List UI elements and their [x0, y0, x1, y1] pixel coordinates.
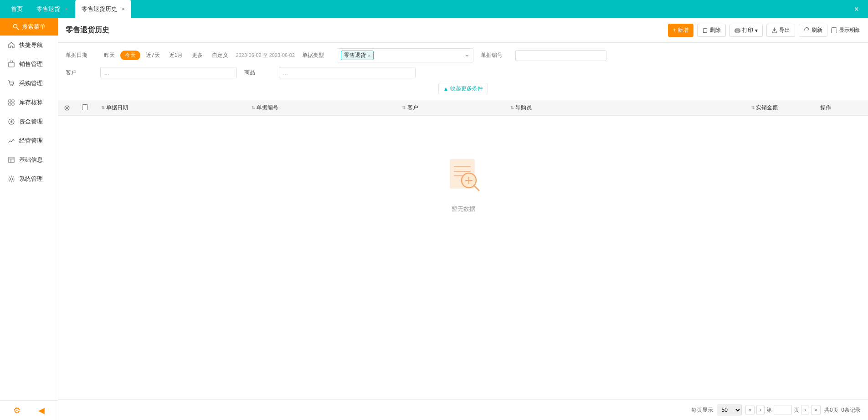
voucher-type-tag-close[interactable]: × [368, 53, 370, 58]
page-number-input[interactable]: 1 [774, 405, 792, 415]
per-page-select[interactable]: 50 10 20 100 [717, 405, 742, 415]
th-date-label: 单据日期 [106, 104, 128, 111]
show-detail-label: 显示明细 [839, 26, 861, 34]
empty-icon [441, 152, 486, 198]
print-button[interactable]: 打印 ▾ [729, 24, 763, 37]
settings-icon[interactable]: ⚙ [13, 405, 21, 415]
customer-select[interactable]: ... [100, 67, 237, 78]
delete-button[interactable]: 删除 [697, 24, 726, 37]
sidebar: 搜索菜单 快捷导航 销售管理 [0, 18, 58, 420]
data-table: ⇅ 单据日期 ⇅ 单据编号 ⇅ 客户 ⇅ 导购员 [58, 100, 868, 250]
th-action-label: 操作 [820, 104, 831, 111]
add-button[interactable]: + 新增 [668, 24, 693, 37]
th-no: ⇅ 单据编号 [245, 100, 395, 116]
svg-rect-14 [704, 29, 707, 33]
sidebar-item-label: 资金管理 [19, 118, 43, 126]
empty-state: 暂无数据 [58, 116, 868, 250]
search-icon [13, 24, 19, 30]
th-date-sort-icon[interactable]: ⇅ [101, 105, 105, 110]
top-bar: 首页 零售退货 × 零售退货历史 × × [0, 0, 868, 18]
svg-rect-5 [9, 100, 11, 102]
system-icon [7, 175, 15, 183]
svg-point-17 [66, 107, 68, 109]
sidebar-search[interactable]: 搜索菜单 [0, 18, 58, 36]
th-amount: ⇅ 实销金额 [633, 100, 783, 116]
total-info: 共0页, 0条记录 [824, 406, 861, 414]
filter-area: 单据日期 昨天 今天 近7天 近1月 更多 自定义 2023-06-02 至 2… [58, 43, 868, 100]
sidebar-item-quick-nav[interactable]: 快捷导航 [0, 36, 58, 55]
refresh-button[interactable]: 刷新 [799, 24, 827, 37]
print-icon [734, 27, 740, 33]
page-label-before: 第 [766, 406, 772, 414]
sidebar-item-purchase[interactable]: 采购管理 [0, 74, 58, 93]
first-page-btn[interactable]: « [745, 405, 755, 415]
prev-page-btn[interactable]: ‹ [756, 405, 765, 415]
toolbar: + 新增 删除 打印 ▾ [668, 24, 861, 37]
th-guide-sort-icon[interactable]: ⇅ [510, 105, 514, 110]
operation-icon [7, 137, 15, 145]
goods-select[interactable]: ... [279, 67, 416, 78]
filter-row-2: 客户 ... 商品 ... [66, 67, 861, 78]
date-btn-yesterday[interactable]: 昨天 [100, 51, 118, 60]
show-detail-checkbox-label[interactable]: 显示明细 [831, 26, 861, 34]
tab-home[interactable]: 首页 [5, 0, 29, 18]
date-btn-1month[interactable]: 近1月 [165, 51, 187, 60]
collapse-row: ▲ 收起更多条件 [66, 83, 861, 94]
date-btn-7days[interactable]: 近7天 [142, 51, 164, 60]
next-page-btn[interactable]: › [801, 405, 809, 415]
collapse-icon[interactable]: ◀ [38, 405, 45, 415]
th-date: ⇅ 单据日期 [95, 100, 245, 116]
th-guide-label: 导购员 [515, 104, 532, 111]
settings-col-icon[interactable] [64, 105, 70, 111]
goods-filter-label: 商品 [244, 69, 272, 77]
purchase-icon [7, 79, 15, 87]
sidebar-item-operation[interactable]: 经营管理 [0, 131, 58, 150]
sidebar-item-sales[interactable]: 销售管理 [0, 55, 58, 74]
collapse-conditions-btn[interactable]: ▲ 收起更多条件 [438, 83, 488, 94]
tab-retail-return-history-close[interactable]: × [122, 6, 125, 12]
th-customer-sort-icon[interactable]: ⇅ [402, 105, 406, 110]
date-filter-buttons: 昨天 今天 近7天 近1月 更多 自定义 2023-06-02 至 2023-0… [100, 51, 295, 60]
sidebar-item-label: 基础信息 [19, 156, 43, 164]
sidebar-item-finance[interactable]: 资金管理 [0, 112, 58, 131]
date-btn-custom[interactable]: 自定义 [208, 51, 232, 60]
th-no-sort-icon[interactable]: ⇅ [252, 105, 255, 110]
tab-retail-return[interactable]: 零售退货 × [30, 0, 74, 18]
th-guide: ⇅ 导购员 [504, 100, 633, 116]
sidebar-item-inventory[interactable]: 库存核算 [0, 93, 58, 112]
page-title: 零售退货历史 [66, 26, 109, 35]
delete-label: 删除 [710, 26, 721, 34]
voucher-no-input[interactable] [515, 50, 606, 61]
customer-placeholder: ... [104, 69, 233, 76]
print-label: 打印 [742, 26, 753, 34]
date-btn-today[interactable]: 今天 [120, 51, 140, 60]
top-bar-close[interactable]: × [849, 5, 863, 14]
export-button[interactable]: 导出 [766, 24, 795, 37]
show-detail-checkbox[interactable] [831, 27, 837, 33]
home-icon [7, 41, 15, 49]
date-btn-more[interactable]: 更多 [188, 51, 206, 60]
sidebar-item-label: 库存核算 [19, 98, 43, 107]
sidebar-item-system[interactable]: 系统管理 [0, 169, 58, 189]
table-settings-col[interactable] [58, 100, 77, 116]
last-page-btn[interactable]: » [811, 405, 821, 415]
tab-retail-return-history[interactable]: 零售退货历史 × [75, 0, 131, 18]
print-dropdown-icon: ▾ [755, 27, 758, 34]
page-label-after: 页 [794, 406, 799, 414]
voucher-type-select[interactable]: 零售退货 × [337, 48, 473, 62]
tab-home-label: 首页 [11, 5, 23, 13]
table-checkbox-col[interactable] [77, 100, 95, 116]
th-amount-sort-icon[interactable]: ⇅ [751, 105, 755, 110]
empty-illustration [441, 152, 486, 198]
content-area: 零售退货历史 + 新增 删除 打 [58, 18, 868, 420]
table-header-row: ⇅ 单据日期 ⇅ 单据编号 ⇅ 客户 ⇅ 导购员 [58, 100, 868, 116]
table-empty-row: 暂无数据 [58, 116, 868, 250]
select-all-checkbox[interactable] [82, 104, 88, 110]
page-header: 零售退货历史 + 新增 删除 打 [58, 18, 868, 43]
pagination-nav: « ‹ 第 1 页 › » [745, 405, 821, 415]
goods-placeholder: ... [283, 69, 411, 76]
th-action: 操作 [783, 100, 868, 116]
sidebar-item-basic[interactable]: 基础信息 [0, 150, 58, 169]
main-layout: 搜索菜单 快捷导航 销售管理 [0, 18, 868, 420]
tab-retail-return-close[interactable]: × [65, 6, 68, 12]
